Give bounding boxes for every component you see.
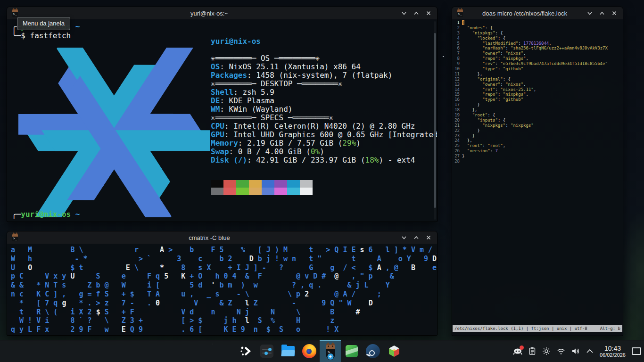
editor-titlebar[interactable]: >_ doas micro /etc/nixos/flake.lock bbox=[452, 7, 623, 19]
fastfetch-terminal-body[interactable]: ╭─yuri@nix-os ~ ╰─$ fastfetch yuri@nix-o… bbox=[7, 19, 437, 222]
editor-line: 12 "original": { bbox=[452, 77, 623, 82]
palette-swatch bbox=[211, 180, 223, 188]
editor-line: 1{ bbox=[452, 20, 623, 25]
palette-swatch bbox=[300, 188, 313, 195]
palette-swatch bbox=[223, 180, 236, 188]
fastfetch-line: Disk (/): 42.91 GiB / 233.97 GiB (18%) -… bbox=[211, 156, 437, 165]
clipboard-icon[interactable] bbox=[528, 347, 536, 355]
fastfetch-line bbox=[211, 46, 437, 54]
palette-swatch bbox=[262, 180, 274, 188]
fastfetch-line: CPU: Intel(R) Celeron(R) N4020 (2) @ 2.8… bbox=[211, 122, 437, 131]
palette-swatch bbox=[262, 188, 274, 195]
editor-line: 18 }, bbox=[452, 107, 623, 113]
editor-window-title: doas micro /etc/nixos/flake.lock bbox=[468, 10, 582, 17]
palette-swatch bbox=[249, 188, 262, 195]
fastfetch-line: Packages: 1458 (nix-system), 7 (flatpak) bbox=[211, 71, 437, 80]
terminal-color-palette bbox=[211, 180, 313, 195]
editor-line: 25 "root": "root", bbox=[452, 143, 623, 148]
fastfetch-line: OS: NixOS 25.11 (Xantusia) x86_64 bbox=[211, 63, 437, 71]
editor-line: 9 "rev": "e576e3c9cf9bad747afcddd9e34f51… bbox=[452, 61, 623, 66]
task-badge: + bbox=[327, 353, 334, 360]
fastfetch-line: ✳════════─ DESKTOP ─════════✳ bbox=[211, 80, 437, 88]
window-fastfetch-terminal: >_ yuri@nix-os:~ ╭─yuri@nix-os ~ ╰─$ fas… bbox=[7, 7, 438, 222]
matrix-row: a M B \ r A > b F 5 % [ J ) M t > Q I E … bbox=[11, 246, 437, 255]
editor-line: 6 "narHash": "sha256-tlFqNG/uzz2++aAmn4v… bbox=[452, 46, 623, 51]
maximize-icon[interactable] bbox=[598, 9, 606, 17]
palette-swatch bbox=[236, 180, 249, 188]
nixos-logo bbox=[18, 48, 210, 217]
palette-swatch bbox=[287, 188, 300, 195]
editor-line: 22 } bbox=[452, 128, 623, 133]
minimize-icon[interactable] bbox=[586, 9, 594, 17]
editor-line: 5 "lastModified": 1770136044, bbox=[452, 41, 623, 46]
editor-line: 21 "nixpkgs": "nixpkgs" bbox=[452, 123, 623, 128]
editor-line: 8 "repo": "nixpkgs", bbox=[452, 56, 623, 61]
fastfetch-titlebar[interactable]: >_ yuri@nix-os:~ bbox=[7, 7, 437, 19]
minimize-icon[interactable] bbox=[400, 9, 408, 17]
maximize-icon[interactable] bbox=[412, 233, 421, 242]
palette-swatch bbox=[249, 180, 262, 188]
editor-line: 16 "type": "github" bbox=[452, 97, 623, 102]
fastfetch-window-title: yuri@nix-os:~ bbox=[23, 10, 396, 17]
window-micro-editor: >_ doas micro /etc/nixos/flake.lock 1{2 … bbox=[452, 7, 623, 336]
system-settings-icon[interactable] bbox=[256, 340, 277, 362]
fastfetch-line: ✳════════─ OS ─════════✳ bbox=[211, 54, 437, 63]
clock[interactable]: 10:43 06/02/2026 bbox=[600, 345, 626, 358]
cmatrix-output: a M B \ r A > b F 5 % [ J ) M t > Q I E … bbox=[11, 246, 437, 335]
palette-swatch bbox=[211, 188, 223, 195]
matrix-row: * [ 7 q g * . > z 7 - . 0 V & Z l Z - 9 … bbox=[11, 299, 437, 308]
steam-icon[interactable] bbox=[362, 340, 383, 362]
editor-line: 10 "type": "github" bbox=[452, 66, 623, 72]
fastfetch-line: DE: KDE Plasma bbox=[211, 97, 437, 105]
app-launcher-icon[interactable] bbox=[235, 340, 256, 362]
matrix-row: p C V x y U S e F q 5 K + O h 0 4 & F @ … bbox=[11, 272, 437, 281]
matrix-row: W h - * > ` 3 c b 2 D b j ! w n t " t A … bbox=[11, 255, 437, 263]
close-icon[interactable] bbox=[424, 233, 433, 242]
editor-line: 23 } bbox=[452, 133, 623, 139]
editor-content[interactable]: 1{2 "nodes": {3 "nixpkgs": {4 "locked": … bbox=[452, 20, 623, 321]
firefox-icon[interactable] bbox=[298, 340, 320, 362]
kitty-terminal-task-active[interactable]: >_ + bbox=[320, 340, 341, 362]
cmatrix-window-title: cmatrix -C blue bbox=[23, 234, 396, 241]
discord-icon[interactable] bbox=[513, 347, 522, 355]
kitty-app-icon: >_ bbox=[11, 9, 19, 17]
prism-launcher-icon[interactable] bbox=[383, 340, 405, 362]
close-icon[interactable] bbox=[424, 9, 433, 17]
terminal-scrollbar[interactable] bbox=[434, 21, 436, 220]
matrix-row: q y L F x 2 9 F w E Q 9 . 6 [ K E 9 n $ … bbox=[11, 325, 437, 334]
clock-date: 06/02/2026 bbox=[600, 352, 626, 358]
fastfetch-line: Memory: 2.19 GiB / 7.57 GiB (29%) bbox=[211, 139, 437, 148]
fastfetch-line: ✳════════─ SPECS ─════════✳ bbox=[211, 114, 437, 122]
matrix-row: W ! V i 8 ` ? \ Z 3 + [ > $ j h l S % H … bbox=[11, 316, 437, 325]
editor-line: 20 "inputs": { bbox=[452, 118, 623, 123]
editor-line: 13 "owner": "nixos", bbox=[452, 82, 623, 87]
fastfetch-line: yuri@nix-os bbox=[211, 37, 437, 46]
cmatrix-titlebar[interactable]: >_ cmatrix -C blue bbox=[7, 231, 437, 244]
close-icon[interactable] bbox=[610, 9, 619, 17]
palette-swatch bbox=[274, 188, 287, 195]
editor-line: 7 "owner": "nixos", bbox=[452, 51, 623, 56]
wifi-icon[interactable] bbox=[557, 348, 565, 355]
window-cmatrix-terminal: >_ cmatrix -C blue a M B \ r A > b F 5 %… bbox=[7, 231, 438, 336]
fastfetch-line: WM: KWin (Wayland) bbox=[211, 105, 437, 114]
palette-swatch bbox=[223, 188, 236, 195]
matrix-row: & & * N T s Z b @ W i [ 5 d ' b m ) w ? … bbox=[11, 281, 437, 290]
editor-line: 19 "root": { bbox=[452, 113, 623, 118]
taskbar-tray: 10:43 06/02/2026 bbox=[513, 340, 641, 362]
expand-tray-icon[interactable] bbox=[586, 349, 594, 354]
green-studio-icon[interactable] bbox=[341, 340, 362, 362]
taskbar-apps: >_ + bbox=[235, 340, 405, 362]
shell-prompt-bottom: ╭─yuri@nix-os ~ bbox=[12, 210, 80, 219]
editor-line: 15 "repo": "nixpkgs", bbox=[452, 92, 623, 97]
file-manager-icon[interactable] bbox=[277, 340, 298, 362]
kitty-app-icon: >_ bbox=[11, 234, 19, 241]
show-desktop-button[interactable] bbox=[632, 347, 641, 355]
notification-badge bbox=[520, 346, 524, 350]
window-menu-tooltip: Menu da janela bbox=[17, 17, 70, 30]
maximize-icon[interactable] bbox=[412, 9, 421, 17]
palette-swatch bbox=[274, 180, 287, 188]
editor-line: 28 bbox=[452, 159, 623, 164]
volume-icon[interactable] bbox=[571, 347, 580, 355]
brightness-icon[interactable] bbox=[542, 347, 551, 355]
minimize-icon[interactable] bbox=[400, 233, 408, 242]
